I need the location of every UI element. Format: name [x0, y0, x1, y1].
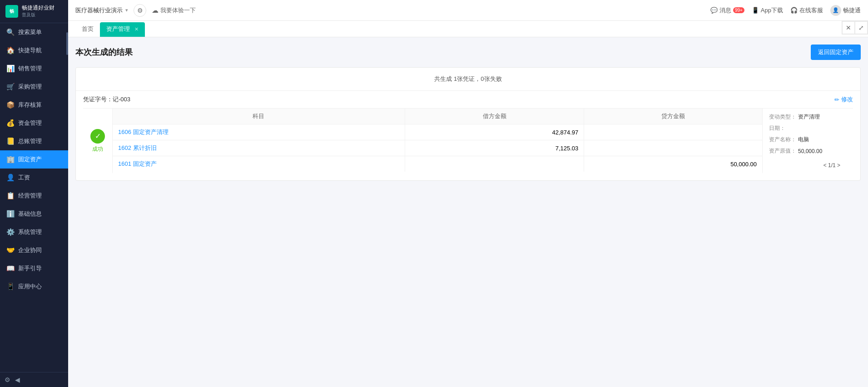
voucher-number: 凭证字号：记-003: [83, 95, 130, 104]
credit-cell: [584, 124, 762, 140]
table-row: 1602 累计折旧 7,125.03: [113, 140, 762, 156]
edit-voucher-button[interactable]: ✏ 修改: [834, 95, 853, 104]
logo-text-group: 畅捷通好业财 普及版: [22, 5, 55, 18]
app-center-icon: 📱: [6, 283, 15, 291]
purchase-icon: 🛒: [6, 83, 15, 91]
company-name: 医疗器械行业演示: [75, 6, 123, 15]
sidebar-item-ledger[interactable]: 📒 总账管理: [0, 132, 68, 150]
change-type-row: 变动类型： 资产清理: [769, 113, 847, 121]
result-panel: 共生成 1张凭证，0张失败 凭证字号：记-003 ✏ 修改 ✓ 成功: [75, 67, 861, 181]
online-service-icon: 🎧: [790, 7, 798, 14]
username-label: 畅捷通: [843, 6, 861, 15]
sidebar-item-label: 系统管理: [18, 228, 42, 236]
topbar-right: 💬 消息 99 📱 App下载 🎧 在线客服 👤 畅捷通: [710, 5, 861, 16]
page-title: 本次生成的结果: [75, 47, 133, 58]
sidebar-item-finance[interactable]: 💰 资金管理: [0, 114, 68, 132]
trial-button[interactable]: ☁ 我要体验一下: [152, 6, 196, 15]
change-type-label: 变动类型：: [769, 113, 796, 121]
voucher-table: 科目 借方金额 贷方金额 1606 固定资产清理 42,874.97: [112, 109, 762, 173]
sidebar-item-label: 采购管理: [18, 83, 42, 91]
asset-value-value: 50,000.00: [798, 148, 822, 154]
tab-bar: 首页 资产管理 ✕: [68, 21, 868, 37]
messages-icon: 💬: [710, 7, 718, 14]
app-download-button[interactable]: 📱 App下载: [752, 6, 783, 15]
page-content: 本次生成的结果 返回固定资产 共生成 1张凭证，0张失败 凭证字号：记-003 …: [68, 37, 868, 387]
expand-panel-button[interactable]: ⤢: [855, 21, 868, 34]
sidebar-item-inventory[interactable]: 📦 库存核算: [0, 96, 68, 114]
page-header: 本次生成的结果 返回固定资产: [75, 45, 861, 60]
ledger-icon: 📒: [6, 137, 15, 145]
sidebar-item-operations[interactable]: 📋 经营管理: [0, 187, 68, 205]
pagination[interactable]: < 1/1 >: [769, 159, 847, 169]
main-area: 医疗器械行业演示 ▾ ⚙ ☁ 我要体验一下 💬 消息 99 📱 App下载 🎧 …: [68, 0, 868, 387]
asset-value-label: 资产原值：: [769, 147, 796, 155]
search-icon: 🔍: [6, 28, 15, 36]
messages-label: 消息: [719, 6, 731, 15]
date-label: 日期：: [769, 124, 785, 132]
user-menu[interactable]: 👤 畅捷通: [830, 5, 861, 16]
table-row: 1606 固定资产清理 42,874.97: [113, 124, 762, 140]
avatar: 👤: [830, 5, 841, 16]
tab-label: 资产管理: [106, 25, 130, 32]
app-download-icon: 📱: [752, 7, 759, 14]
sidebar-item-cooperation[interactable]: 🤝 企业协同: [0, 241, 68, 259]
messages-badge: 99: [733, 7, 744, 13]
voucher-body: ✓ 成功 科目 借方金额 贷方金额: [83, 109, 853, 173]
change-type-value: 资产清理: [798, 113, 820, 121]
sidebar-item-payroll[interactable]: 👤 工资: [0, 169, 68, 187]
app-download-label: App下载: [761, 6, 783, 15]
online-service-button[interactable]: 🎧 在线客服: [790, 6, 823, 15]
messages-button[interactable]: 💬 消息 99: [710, 6, 744, 15]
tab-asset-management[interactable]: 资产管理 ✕: [100, 22, 145, 37]
basic-info-icon: ℹ️: [6, 210, 15, 218]
credit-cell: 50,000.00: [584, 156, 762, 172]
company-dropdown-arrow: ▾: [125, 7, 128, 13]
sidebar-item-system[interactable]: ⚙️ 系统管理: [0, 223, 68, 241]
topbar-settings-button[interactable]: ⚙: [134, 4, 146, 17]
home-icon: 🏠: [6, 46, 15, 55]
debit-cell: 7,125.03: [405, 140, 584, 156]
sidebar-item-label: 资金管理: [18, 119, 42, 127]
debit-cell: 42,874.97: [405, 124, 584, 140]
trial-label: 我要体验一下: [160, 6, 196, 15]
operations-icon: 📋: [6, 192, 15, 200]
sidebar-item-search[interactable]: 🔍 搜索菜单: [0, 23, 68, 41]
edit-icon: ✏: [834, 96, 839, 103]
sales-icon: 📊: [6, 64, 15, 73]
sidebar-item-quick-nav[interactable]: 🏠 快捷导航: [0, 41, 68, 60]
asset-name-value: 电脑: [798, 136, 809, 144]
logo-icon: 畅: [5, 5, 18, 18]
sidebar-header: 畅 畅捷通好业财 普及版: [0, 0, 68, 23]
sidebar-item-fixed-assets[interactable]: 🏢 固定资产: [0, 150, 68, 169]
sidebar-item-purchase[interactable]: 🛒 采购管理: [0, 78, 68, 96]
fixed-assets-icon: 🏢: [6, 155, 15, 164]
sidebar-item-basic-info[interactable]: ℹ️ 基础信息: [0, 205, 68, 223]
settings-footer-button[interactable]: ⚙: [5, 376, 10, 383]
account-cell: 1601 固定资产: [113, 156, 405, 172]
return-fixed-assets-button[interactable]: 返回固定资产: [811, 45, 861, 60]
company-selector[interactable]: 医疗器械行业演示 ▾: [75, 6, 128, 15]
asset-value-row: 资产原值： 50,000.00: [769, 147, 847, 155]
expand-icon: ⤢: [858, 24, 864, 31]
sidebar-item-label: 经营管理: [18, 192, 42, 200]
cooperation-icon: 🤝: [6, 246, 15, 254]
debit-cell: [405, 156, 584, 172]
settings-icon: ⚙: [137, 7, 143, 14]
sidebar-nav: 🔍 搜索菜单 🏠 快捷导航 📊 销售管理 🛒 采购管理 📦 库存核算 💰 资金管…: [0, 23, 68, 372]
tab-close-button[interactable]: ✕: [134, 26, 139, 32]
cloud-icon: ☁: [152, 6, 159, 15]
close-panel-button[interactable]: ✕: [842, 21, 855, 34]
tab-home[interactable]: 首页: [75, 22, 100, 37]
finance-icon: 💰: [6, 119, 15, 127]
sidebar-item-label: 基础信息: [18, 210, 42, 218]
sidebar-item-label: 快捷导航: [18, 46, 42, 55]
col-header-debit: 借方金额: [405, 109, 584, 124]
credit-cell: [584, 140, 762, 156]
sidebar-item-label: 固定资产: [18, 155, 42, 164]
close-icon: ✕: [846, 24, 851, 31]
sidebar-item-guide[interactable]: 📖 新手引导: [0, 259, 68, 278]
sidebar-item-sales[interactable]: 📊 销售管理: [0, 60, 68, 78]
sidebar-item-app-center[interactable]: 📱 应用中心: [0, 278, 68, 296]
collapse-sidebar-button[interactable]: ◀: [15, 376, 20, 383]
inventory-icon: 📦: [6, 101, 15, 109]
